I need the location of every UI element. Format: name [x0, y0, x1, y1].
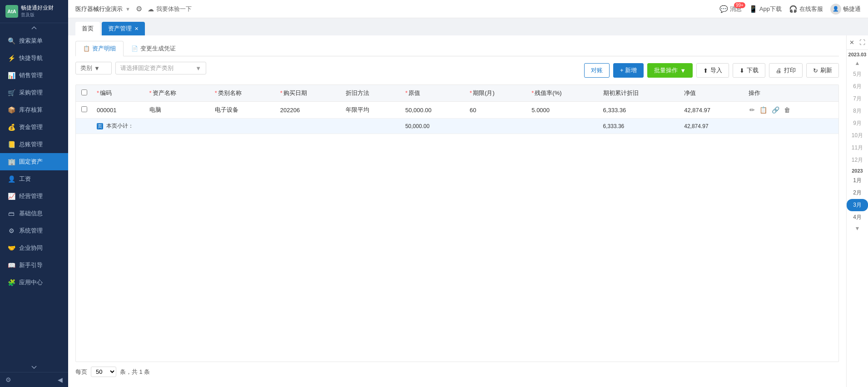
apps-icon: 🧩: [7, 279, 15, 286]
download-button[interactable]: ⬇ 下载: [733, 63, 765, 78]
header-residual-rate: *残值率(%): [527, 85, 598, 102]
filter-input-arrow-icon: ▼: [195, 65, 201, 72]
company-selector[interactable]: 医疗器械行业演示 ▼: [75, 5, 130, 13]
sidebar-item-basic[interactable]: 🗃 基础信息: [0, 205, 68, 222]
sidebar-item-inventory[interactable]: 📦 库存核算: [0, 101, 68, 119]
tab-close-icon[interactable]: ✕: [134, 26, 139, 32]
import-icon: ⬆: [703, 67, 708, 74]
sidebar-item-sales[interactable]: 📊 销售管理: [0, 67, 68, 84]
right-panel-scroll-up[interactable]: ▲: [853, 58, 862, 68]
purchase-icon: 🛒: [7, 89, 15, 96]
batch-button[interactable]: 批量操作 ▼: [647, 63, 693, 78]
pagination-total: 条，共 1 条: [120, 368, 150, 376]
subtab-asset-detail[interactable]: 📋 资产明细: [75, 41, 124, 56]
sidebar-item-label-guide: 新手引导: [19, 261, 43, 269]
tab-assets-management[interactable]: 资产管理 ✕: [102, 22, 145, 35]
sidebar-item-label-payroll: 工资: [19, 175, 31, 183]
edit-action-btn[interactable]: ✏: [749, 105, 756, 114]
right-panel-close-icon[interactable]: ✕: [849, 39, 854, 46]
subtabs: 📋 资产明细 📄 变更生成凭证: [75, 41, 839, 56]
sidebar-item-purchase[interactable]: 🛒 采购管理: [0, 84, 68, 101]
app-name: 畅捷通好业财: [21, 5, 54, 12]
app-edition: 普及版: [21, 12, 54, 18]
subtab-voucher-label: 变更生成凭证: [140, 45, 176, 53]
search-icon: 🔍: [7, 37, 15, 45]
main-area: 医疗器械行业演示 ▼ ⚙ ☁ 我要体验一下 💬 消息 99+ 📱 App下载 🎧…: [68, 0, 868, 387]
cell-net-value: 42,874.97: [680, 102, 744, 119]
header-net-value: 净值: [680, 85, 744, 102]
print-button[interactable]: 🖨 打印: [769, 63, 803, 78]
sidebar-scroll-down[interactable]: [0, 363, 68, 372]
sidebar-item-quicknav[interactable]: ⚡ 快捷导航: [0, 50, 68, 67]
month-2023-3[interactable]: 3月: [847, 199, 868, 211]
month-8[interactable]: 8月: [847, 105, 868, 117]
refresh-icon: ↻: [813, 67, 818, 74]
content-area: 📋 资产明细 📄 变更生成凭证 类别 ▼: [68, 35, 868, 387]
right-panel-header: ✕ ⛶: [847, 39, 868, 50]
select-all-checkbox[interactable]: [81, 89, 87, 95]
cell-period: 60: [465, 102, 527, 119]
month-9[interactable]: 9月: [847, 117, 868, 129]
sidebar-item-label-funds: 资金管理: [19, 123, 43, 131]
tab-home[interactable]: 首页: [75, 22, 100, 35]
refresh-button[interactable]: ↻ 刷新: [806, 63, 839, 78]
row-checkbox-cell: [76, 102, 92, 119]
app-download-action[interactable]: 📱 App下载: [749, 5, 782, 13]
cell-category: 电子设备: [210, 102, 276, 119]
sidebar-scroll-up[interactable]: [0, 23, 68, 32]
message-action[interactable]: 💬 消息 99+: [719, 5, 742, 13]
sidebar-item-system[interactable]: ⚙ 系统管理: [0, 222, 68, 239]
month-2023-1[interactable]: 1月: [847, 174, 868, 187]
sidebar-item-assets[interactable]: 🏢 固定资产: [0, 153, 68, 170]
sidebar-item-label-sales: 销售管理: [19, 71, 43, 79]
right-panel-expand-icon[interactable]: ⛶: [859, 39, 865, 46]
sidebar-item-funds[interactable]: 💰 资金管理: [0, 119, 68, 136]
cell-accumulated-depreciation: 6,333.36: [599, 102, 680, 119]
online-service-label: 在线客服: [799, 5, 823, 13]
import-button[interactable]: ⬆ 导入: [696, 63, 729, 78]
sidebar-item-apps[interactable]: 🧩 应用中心: [0, 274, 68, 291]
topbar: 医疗器械行业演示 ▼ ⚙ ☁ 我要体验一下 💬 消息 99+ 📱 App下载 🎧…: [68, 0, 868, 18]
subtab-change-voucher[interactable]: 📄 变更生成凭证: [124, 41, 184, 56]
assets-table: *编码 *资产名称 *类别名称 *购买日期 折旧方法 *原值 *期限(月) *残…: [76, 85, 838, 134]
sidebar-item-ledger[interactable]: 📒 总账管理: [0, 136, 68, 153]
month-11[interactable]: 11月: [847, 142, 868, 154]
month-6[interactable]: 6月: [847, 80, 868, 93]
header-original-value: *原值: [401, 85, 465, 102]
copy-action-btn[interactable]: 📋: [759, 105, 768, 114]
month-2023-2[interactable]: 2月: [847, 187, 868, 199]
page-size-select[interactable]: 50 10 20 100: [91, 367, 116, 377]
experience-btn[interactable]: ☁ 我要体验一下: [148, 5, 192, 13]
month-10[interactable]: 10月: [847, 129, 868, 142]
sidebar-item-payroll[interactable]: 👤 工资: [0, 170, 68, 188]
duizhang-button[interactable]: 对账: [584, 63, 610, 78]
delete-action-btn[interactable]: 🗑: [783, 105, 791, 114]
collapse-icon[interactable]: ◀: [58, 376, 63, 383]
basic-icon: 🗃: [7, 210, 15, 217]
topbar-settings-icon[interactable]: ⚙: [136, 5, 142, 13]
link-action-btn[interactable]: 🔗: [771, 105, 780, 114]
sidebar-item-guide[interactable]: 📖 新手引导: [0, 257, 68, 274]
sidebar-item-search[interactable]: 🔍 搜索菜单: [0, 32, 68, 50]
right-panel-scroll-down[interactable]: ▼: [853, 223, 862, 233]
category-filter-select[interactable]: 类别 ▼: [75, 62, 112, 74]
right-panel-months: 5月 6月 7月 8月 9月 10月 11月 12月 2023 1月 2月 3月…: [847, 68, 868, 223]
sidebar-item-operations[interactable]: 📈 经营管理: [0, 188, 68, 205]
cell-depreciation-method: 年限平均: [341, 102, 401, 119]
user-profile-action[interactable]: 👤 畅捷通: [830, 4, 861, 15]
month-7[interactable]: 7月: [847, 93, 868, 105]
month-5[interactable]: 5月: [847, 68, 868, 80]
sidebar-item-enterprise[interactable]: 🤝 企业协同: [0, 239, 68, 257]
month-12[interactable]: 12月: [847, 154, 868, 166]
logo-icon: AtA: [5, 5, 18, 18]
cell-original-value: 50,000.00: [401, 102, 465, 119]
month-2023-4[interactable]: 4月: [847, 211, 868, 223]
row-checkbox[interactable]: [81, 106, 87, 112]
online-service-action[interactable]: 🎧 在线客服: [789, 5, 823, 13]
sidebar-nav: 🔍 搜索菜单 ⚡ 快捷导航 📊 销售管理 🛒 采购管理 📦 库存核算 💰 资金管…: [0, 32, 68, 363]
settings-bottom-icon[interactable]: ⚙: [5, 376, 11, 383]
online-service-icon: 🎧: [789, 5, 798, 13]
new-button[interactable]: + 新增: [613, 63, 644, 78]
category-filter-input[interactable]: 请选择固定资产类别 ▼: [115, 62, 206, 74]
subtab-detail-icon: 📋: [83, 45, 90, 52]
